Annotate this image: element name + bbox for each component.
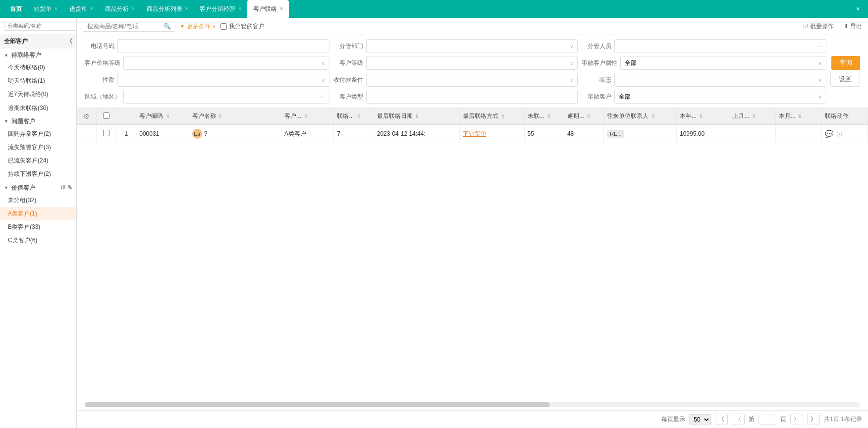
filter-search-icon[interactable]: 🔍 xyxy=(163,23,171,30)
filter-cell-status: 状态 ∨ xyxy=(582,73,826,87)
nav-sales[interactable]: 销货单 × xyxy=(28,0,63,18)
nav-goods-analysis-list[interactable]: 商品分析列表 × xyxy=(141,0,194,18)
table-settings-icon[interactable]: ⚙ xyxy=(83,112,90,120)
filter-more-btn[interactable]: ▼ 更多条件 ∨ xyxy=(179,22,217,31)
sort-unit-contact-icon[interactable]: ⇅ xyxy=(651,114,655,119)
last-page-btn[interactable]: 》 xyxy=(807,414,820,425)
per-page-select[interactable]: 50 xyxy=(689,414,711,425)
sidebar-collapse-icon[interactable]: 《 xyxy=(66,37,72,46)
sidebar-group-value[interactable]: ▼ 价值客户 ↺ ✎ xyxy=(0,181,76,194)
sort-overdue-icon[interactable]: ⇅ xyxy=(587,114,591,119)
region-input[interactable]: ··· xyxy=(123,90,329,104)
sidebar-search-input[interactable] xyxy=(4,21,77,31)
nav-goods-analysis[interactable]: 商品分析 × xyxy=(99,0,141,18)
nature-dropdown[interactable]: ∨ xyxy=(117,73,329,87)
sort-last-way-icon[interactable]: ⇅ xyxy=(501,114,505,119)
grid-action-icon[interactable]: ⊞ xyxy=(836,130,842,138)
status-dropdown[interactable]: ∨ xyxy=(614,73,826,87)
batch-icon: ☑ xyxy=(803,23,809,30)
sidebar-edit-icon[interactable]: ✎ xyxy=(67,184,72,191)
payment-dropdown[interactable]: ∨ xyxy=(366,73,578,87)
batch-ops-btn[interactable]: ☑ 批量操作 xyxy=(803,22,834,31)
my-customers-check[interactable] xyxy=(220,23,227,30)
prev-page-btn[interactable]: 〈 xyxy=(732,414,745,425)
phone-input[interactable] xyxy=(117,39,329,53)
sidebar-group-problem[interactable]: ▼ 问题客户 xyxy=(0,115,76,127)
sidebar-item-class-c[interactable]: C类客户(6) xyxy=(0,234,76,247)
page-input[interactable]: 1 xyxy=(759,415,776,425)
my-customers-checkbox[interactable]: 我分管的客户 xyxy=(220,22,265,31)
sidebar-refresh-icon[interactable]: ↺ xyxy=(60,184,65,191)
query-btn[interactable]: 查询 xyxy=(831,56,860,70)
nav-customer-contact[interactable]: 客户联络 × xyxy=(247,0,289,18)
more-caret-icon: ∨ xyxy=(212,23,217,30)
sidebar-group-pending[interactable]: ▼ 待联络客户 xyxy=(0,49,76,61)
close-customer-segment-tab[interactable]: × xyxy=(238,0,241,18)
next-page-btn[interactable]: 〉 xyxy=(790,414,803,425)
export-btn[interactable]: ⬆ 导出 xyxy=(844,22,862,31)
content-area: 🔍 ▼ 更多条件 ∨ 我分管的客户 ☑ 批量操作 ⬆ 导出 xyxy=(77,18,868,428)
first-page-btn[interactable]: 《 xyxy=(715,414,728,425)
last-way-link[interactable]: 下销货单 xyxy=(463,130,487,137)
nav-purchase[interactable]: 进货单 × xyxy=(63,0,99,18)
col-header-gear: ⚙ xyxy=(77,108,97,125)
row-actions: 💬 ⊞ xyxy=(825,130,865,138)
sidebar-item-churn-warning[interactable]: 流失预警客户(3) xyxy=(0,141,76,154)
close-goods-list-tab[interactable]: × xyxy=(185,0,188,18)
horizontal-scrollbar[interactable] xyxy=(85,402,860,407)
sidebar-item-class-b[interactable]: B类客户(33) xyxy=(0,220,76,234)
sidebar-item-declining[interactable]: 持续下滑客户(2) xyxy=(0,167,76,181)
row-overdue-cell: 48 xyxy=(564,125,603,143)
col-header-no xyxy=(116,108,136,125)
sidebar-item-7days[interactable]: 近7天待联络(0) xyxy=(0,88,76,101)
sort-name-icon[interactable]: ⇅ xyxy=(218,114,222,119)
close-customer-contact-tab[interactable]: × xyxy=(280,0,283,18)
col-header-last-month: 上月... ⇅ xyxy=(729,108,775,125)
customer-avatar: Ea xyxy=(192,129,202,139)
sidebar-item-overdue[interactable]: 逾期未联络(30) xyxy=(0,102,76,115)
close-purchase-tab[interactable]: × xyxy=(90,0,93,18)
chat-action-icon[interactable]: 💬 xyxy=(825,130,833,138)
sort-this-year-icon[interactable]: ⇅ xyxy=(699,114,703,119)
filter-bar: 🔍 ▼ 更多条件 ∨ 我分管的客户 ☑ 批量操作 ⬆ 导出 xyxy=(77,18,868,35)
scatter-attr-dropdown[interactable]: 全部∨ xyxy=(620,56,826,70)
person-input[interactable]: ··· xyxy=(614,39,826,53)
dept-dropdown[interactable]: ∨ xyxy=(366,39,578,53)
scrollbar-thumb[interactable] xyxy=(85,402,550,407)
nav-home[interactable]: 首页 xyxy=(4,0,28,18)
sort-this-month-icon[interactable]: ⇅ xyxy=(798,114,802,119)
filter-search-input[interactable] xyxy=(87,23,162,30)
col-header-overdue: 逾期... ⇅ xyxy=(564,108,603,125)
filter-cell-phone: 电话号码 xyxy=(85,39,329,53)
sidebar-item-today[interactable]: 今天待联络(0) xyxy=(0,61,76,74)
sort-type-icon[interactable]: ⇅ xyxy=(304,114,308,119)
row-checkbox[interactable] xyxy=(103,130,109,136)
sort-last-month-icon[interactable]: ⇅ xyxy=(752,114,756,119)
row-this-month-cell xyxy=(775,125,821,143)
setting-btn[interactable]: 设置 xyxy=(830,72,860,87)
row-last-month-cell xyxy=(729,125,775,143)
sidebar-item-ungrouped[interactable]: 未分组(32) xyxy=(0,194,76,207)
sidebar-item-repurchase-abnormal[interactable]: 回购异常客户(2) xyxy=(0,127,76,141)
scatter-dropdown[interactable]: 全部∨ xyxy=(614,90,826,104)
sidebar-item-churned[interactable]: 已流失客户(24) xyxy=(0,154,76,167)
customer-type-input[interactable] xyxy=(366,90,578,104)
customer-grade-dropdown[interactable]: ∨ xyxy=(366,56,578,70)
price-grade-dropdown[interactable]: ∨ xyxy=(123,56,329,70)
price-grade-label: 客户价格等级 xyxy=(85,59,120,67)
sort-no-contact-icon[interactable]: ⇅ xyxy=(547,114,551,119)
close-goods-analysis-tab[interactable]: × xyxy=(132,0,135,18)
col-header-no-contact: 未联... ⇅ xyxy=(524,108,564,125)
close-sales-tab[interactable]: × xyxy=(54,0,57,18)
sidebar-item-class-a[interactable]: A类客户(1) xyxy=(0,207,76,220)
row-last-way-cell: 下销货单 xyxy=(459,125,524,143)
sidebar-item-tomorrow[interactable]: 明天待联络(1) xyxy=(0,74,76,88)
sidebar-all-customers-header: 全部客户 《 xyxy=(0,34,76,49)
nav-customer-segment[interactable]: 客户分层经营 × xyxy=(194,0,247,18)
select-all-checkbox[interactable] xyxy=(103,112,109,119)
sort-code-icon[interactable]: ⇅ xyxy=(166,114,170,119)
close-all-tabs[interactable]: × xyxy=(852,5,864,13)
payment-label: 收付款条件 xyxy=(333,76,363,84)
sort-contact-icon[interactable]: ⇅ xyxy=(357,114,361,119)
sort-last-date-icon[interactable]: ⇅ xyxy=(415,114,419,119)
